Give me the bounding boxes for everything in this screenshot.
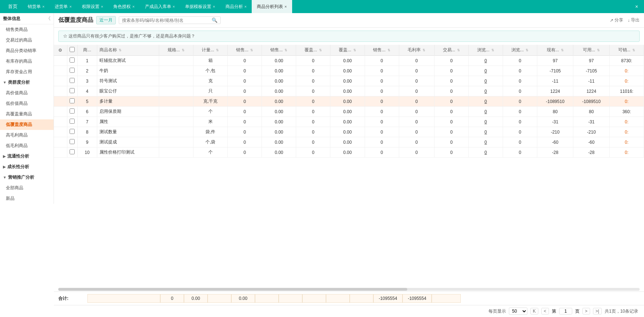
sidebar-item-high-value[interactable]: 高价值商品 (0, 88, 54, 98)
row-checkbox[interactable] (70, 139, 75, 144)
th-settings[interactable]: ⚙ (54, 45, 67, 56)
cell-browse1[interactable]: 0 (468, 66, 503, 76)
cell-check[interactable] (67, 86, 77, 96)
page-input[interactable] (559, 308, 572, 314)
th-saleable[interactable]: 可销... ⇅ (609, 45, 644, 56)
th-sales-amount[interactable]: 销售... ⇅ (262, 45, 296, 56)
th-name[interactable]: 商品名称 ⇅ (97, 45, 159, 56)
time-filter-button[interactable]: 近一月 (96, 16, 116, 24)
cell-check[interactable] (67, 66, 77, 76)
nav-close-permission[interactable]: × (101, 4, 103, 9)
sidebar-item-high-profit[interactable]: 高毛利商品 (0, 130, 54, 140)
row-checkbox[interactable] (70, 68, 75, 73)
nav-close-template[interactable]: × (213, 4, 215, 9)
next-page-button[interactable]: > (582, 308, 590, 314)
sidebar-item-traded-goods[interactable]: 交易过的商品 (0, 35, 54, 45)
cell-check[interactable] (67, 147, 77, 158)
th-coverage2[interactable]: 覆盖... ⇅ (330, 45, 365, 56)
nav-close-sales[interactable]: × (42, 4, 44, 9)
sidebar-item-low-value[interactable]: 低价值商品 (0, 98, 54, 109)
nav-permission[interactable]: 权限设置 × (77, 0, 108, 13)
share-button[interactable]: ↗ 分享 (610, 17, 623, 23)
th-check[interactable] (67, 45, 77, 56)
th-sales3[interactable]: 销售... ⇅ (365, 45, 399, 56)
nav-goods-analysis[interactable]: 商品分析 × (220, 0, 252, 13)
nav-close-purchase[interactable]: × (69, 4, 71, 9)
cell-trade: 0 (434, 107, 468, 117)
th-spec[interactable]: 规格... ⇅ (159, 45, 193, 56)
cell-browse1[interactable]: 0 (468, 56, 503, 66)
row-checkbox[interactable] (70, 88, 75, 93)
nav-home[interactable]: 首页 (3, 0, 23, 13)
nav-sales[interactable]: 销货单 × (23, 0, 50, 13)
table-header-row: ⚙ 商... 商品名称 ⇅ 规格... ⇅ 计量... ⇅ 销售... ⇅ 销售… (54, 45, 644, 56)
nav-close-role[interactable]: × (132, 4, 134, 9)
row-checkbox[interactable] (70, 98, 75, 103)
sidebar-group-flow-title[interactable]: ▶ 流通性分析 (0, 151, 54, 162)
cell-browse1[interactable]: 0 (468, 147, 503, 158)
nav-goods-analysis-list[interactable]: 商品分析列表 × (252, 0, 292, 13)
sidebar-item-sales-goods[interactable]: 销售类商品 (0, 24, 54, 35)
select-all-checkbox[interactable] (70, 47, 75, 52)
search-icon[interactable]: 🔍 (212, 17, 217, 23)
th-browse2[interactable]: 浏览... ⇅ (503, 45, 537, 56)
cell-browse1[interactable]: 0 (468, 86, 503, 96)
nav-close-goods-analysis[interactable]: × (244, 4, 247, 9)
cell-check[interactable] (67, 96, 77, 107)
export-button[interactable]: ↓ 导出 (628, 17, 640, 23)
cell-browse1[interactable]: 0 (468, 76, 503, 86)
page-size-select[interactable]: 50 20 100 (509, 308, 527, 315)
first-page-button[interactable]: K (530, 308, 538, 314)
cell-browse1[interactable]: 0 (468, 107, 503, 117)
table-wrapper[interactable]: ⚙ 商... 商品名称 ⇅ 规格... ⇅ 计量... ⇅ 销售... ⇅ 销售… (54, 45, 644, 287)
cell-check[interactable] (67, 76, 77, 86)
cell-check[interactable] (67, 137, 77, 147)
nav-close-product-storage[interactable]: × (173, 4, 175, 9)
cell-browse1[interactable]: 0 (468, 137, 503, 147)
sidebar-item-low-profit[interactable]: 低毛利商品 (0, 140, 54, 151)
last-page-button[interactable]: >| (593, 308, 602, 314)
sidebar-group-cluster-title[interactable]: ▼ 类群度分析 (0, 77, 54, 88)
sidebar-collapse-btn[interactable]: 《 (46, 15, 51, 22)
nav-template[interactable]: 单据模板设置 × (180, 0, 220, 13)
sidebar-item-category-rate[interactable]: 商品分类动销率 (0, 45, 54, 56)
sidebar-item-stocked-goods[interactable]: 有库存的商品 (0, 56, 54, 67)
cell-browse1[interactable]: 0 (468, 127, 503, 137)
row-checkbox[interactable] (70, 129, 75, 134)
sidebar-item-high-coverage[interactable]: 高覆盖量商品 (0, 109, 54, 119)
nav-product-storage[interactable]: 产成品入库单 × (140, 0, 180, 13)
row-checkbox[interactable] (70, 78, 75, 83)
cell-check[interactable] (67, 107, 77, 117)
th-sales-count[interactable]: 销售... ⇅ (228, 45, 262, 56)
horizontal-scrollbar[interactable] (58, 288, 640, 291)
nav-purchase[interactable]: 进货单 × (50, 0, 76, 13)
th-trade[interactable]: 交易... ⇅ (434, 45, 468, 56)
cell-browse1[interactable]: 0 (468, 96, 503, 107)
sidebar-group-marketing-title[interactable]: ▼ 营销推广分析 (0, 172, 54, 183)
cell-browse1[interactable]: 0 (468, 117, 503, 127)
row-checkbox[interactable] (70, 108, 75, 114)
cell-check[interactable] (67, 127, 77, 137)
row-checkbox[interactable] (70, 149, 75, 154)
nav-close-all[interactable]: × (632, 4, 641, 9)
prev-page-button[interactable]: < (541, 308, 549, 314)
th-coverage1[interactable]: 覆盖... ⇅ (296, 45, 330, 56)
sidebar-group-growth-title[interactable]: ▶ 成长性分析 (0, 162, 54, 172)
cell-check[interactable] (67, 56, 77, 66)
cell-check[interactable] (67, 117, 77, 127)
th-current[interactable]: 现有... ⇅ (537, 45, 573, 56)
search-input[interactable] (122, 18, 212, 23)
th-available[interactable]: 可用... ⇅ (573, 45, 609, 56)
th-gross-rate[interactable]: 毛利率 ⇅ (399, 45, 434, 56)
sidebar-item-low-coverage[interactable]: 低覆盖度商品 (0, 119, 54, 130)
cell-name: 测试提成 (97, 137, 159, 147)
th-unit[interactable]: 计量... ⇅ (193, 45, 228, 56)
sidebar-item-stock-capital[interactable]: 库存资金占用 (0, 67, 54, 77)
th-browse1[interactable]: 浏览... ⇅ (468, 45, 503, 56)
row-checkbox[interactable] (70, 58, 75, 63)
sidebar-item-new-goods[interactable]: 新品 (0, 193, 54, 204)
nav-role[interactable]: 角色授权 × (108, 0, 140, 13)
sidebar-item-all-goods[interactable]: 全部商品 (0, 183, 54, 193)
row-checkbox[interactable] (70, 119, 75, 124)
nav-close-goods-analysis-list[interactable]: × (284, 4, 287, 9)
